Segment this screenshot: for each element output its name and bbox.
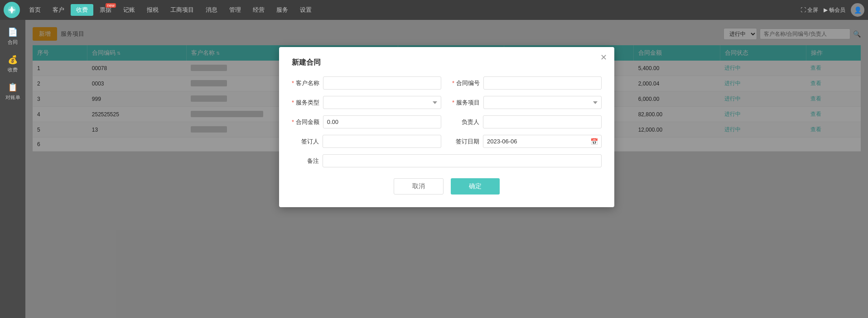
nav-items: 首页 客户 收费 票据 new 记账 报税 工商项目 消息 管理 经营 服务 设… xyxy=(24,4,800,16)
nav-customer[interactable]: 客户 xyxy=(47,4,70,16)
content-area: 新增 服务项目 进行中 已完成 已终止 🔍 序号 合同编码⇅ 客户名称⇅ 服务项… xyxy=(25,20,868,318)
nav-business[interactable]: 工商项目 xyxy=(165,4,199,16)
member-icon: ▶ xyxy=(824,7,828,13)
nav-operation[interactable]: 经营 xyxy=(247,4,270,16)
sign-date-input[interactable] xyxy=(483,135,602,148)
responsible-input[interactable] xyxy=(483,115,602,128)
nav-home[interactable]: 首页 xyxy=(24,4,46,16)
modal-title: 新建合同 xyxy=(292,58,602,67)
main-layout: 📄 合同 💰 收费 📋 对账单 新增 服务项目 进行中 已完成 已终止 � xyxy=(0,20,868,318)
note-label: 备注 xyxy=(292,157,319,165)
nav-settings[interactable]: 设置 xyxy=(294,4,317,16)
sign-date-wrap: 📅 xyxy=(483,135,602,148)
top-nav-right: ⛶ 全屏 ▶ 畅会员 👤 xyxy=(800,3,864,17)
fullscreen-icon: ⛶ xyxy=(800,7,806,13)
signatory-row: 签订人 xyxy=(292,135,441,148)
sidebar-contract-label: 合同 xyxy=(8,39,18,46)
service-item-select[interactable] xyxy=(483,96,602,109)
service-type-select[interactable] xyxy=(323,96,441,109)
customer-name-row: 客户名称 xyxy=(292,76,441,90)
fullscreen-button[interactable]: ⛶ 全屏 xyxy=(800,6,818,14)
sign-date-row: 签订日期 📅 xyxy=(452,135,602,148)
amount-label: 合同金额 xyxy=(292,118,319,126)
member-button[interactable]: ▶ 畅会员 xyxy=(824,6,845,14)
note-row: 备注 xyxy=(292,154,602,167)
sidebar-statement-label: 对账单 xyxy=(5,94,20,101)
calendar-icon: 📅 xyxy=(590,138,598,145)
cancel-button[interactable]: 取消 xyxy=(394,178,444,195)
nav-tax[interactable]: 报税 xyxy=(141,4,164,16)
responsible-label: 负责人 xyxy=(452,118,479,126)
nav-billing[interactable]: 收费 xyxy=(71,4,93,16)
modal-close-button[interactable]: ✕ xyxy=(600,52,607,62)
contract-no-input[interactable] xyxy=(483,76,602,90)
service-item-label: 服务项目 xyxy=(452,99,480,107)
billing-icon: 💰 xyxy=(8,55,18,65)
contract-icon: 📄 xyxy=(8,27,18,37)
customer-name-input[interactable] xyxy=(323,76,441,90)
contract-no-row: 合同编号 xyxy=(452,76,602,90)
sidebar-item-billing[interactable]: 💰 收费 xyxy=(1,51,24,77)
sidebar-item-contract[interactable]: 📄 合同 xyxy=(1,24,24,49)
service-type-label: 服务类型 xyxy=(292,99,319,107)
nav-invoice[interactable]: 票据 new xyxy=(94,4,117,16)
new-contract-modal: ✕ 新建合同 客户名称 合同编号 服务类型 xyxy=(279,47,614,207)
top-navigation: 首页 客户 收费 票据 new 记账 报税 工商项目 消息 管理 经营 服务 设… xyxy=(0,0,868,20)
nav-bookkeeping[interactable]: 记账 xyxy=(118,4,140,16)
amount-input[interactable] xyxy=(323,115,441,128)
customer-name-label: 客户名称 xyxy=(292,79,319,87)
confirm-button[interactable]: 确定 xyxy=(451,178,500,195)
amount-row: 合同金额 xyxy=(292,115,441,128)
statement-icon: 📋 xyxy=(8,82,18,92)
app-logo xyxy=(4,2,20,18)
signatory-input[interactable] xyxy=(323,135,441,148)
modal-overlay: ✕ 新建合同 客户名称 合同编号 服务类型 xyxy=(25,20,868,318)
note-input[interactable] xyxy=(323,154,602,167)
sidebar-billing-label: 收费 xyxy=(8,66,18,73)
new-badge: new xyxy=(106,3,116,8)
service-type-row: 服务类型 xyxy=(292,96,441,109)
service-item-row: 服务项目 xyxy=(452,96,602,109)
nav-management[interactable]: 管理 xyxy=(224,4,246,16)
sign-date-label: 签订日期 xyxy=(452,138,479,146)
responsible-row: 负责人 xyxy=(452,115,602,128)
contract-no-label: 合同编号 xyxy=(452,79,480,87)
modal-footer: 取消 确定 xyxy=(292,178,602,195)
form-grid: 客户名称 合同编号 服务类型 服务项目 xyxy=(292,76,602,167)
avatar[interactable]: 👤 xyxy=(851,3,864,17)
sidebar-item-statement[interactable]: 📋 对账单 xyxy=(1,79,24,104)
signatory-label: 签订人 xyxy=(292,138,319,146)
sidebar: 📄 合同 💰 收费 📋 对账单 xyxy=(0,20,25,318)
nav-message[interactable]: 消息 xyxy=(200,4,223,16)
nav-service[interactable]: 服务 xyxy=(271,4,294,16)
